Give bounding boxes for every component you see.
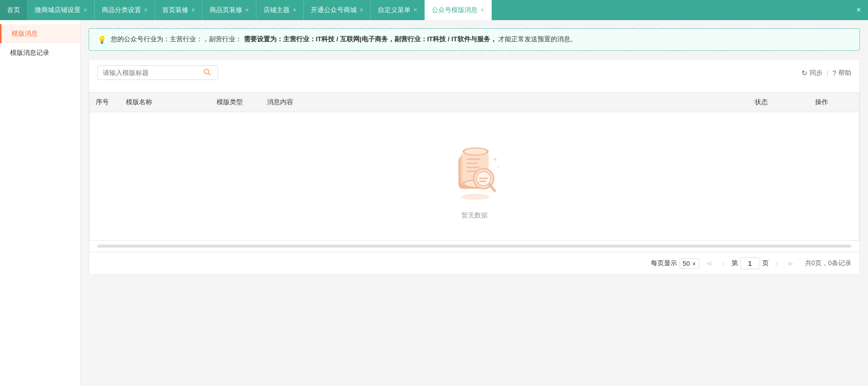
nav-tab-theme[interactable]: 店铺主题 × — [256, 0, 304, 20]
page-navigation: ⊲ ‹ 第 页 › ⊳ — [703, 257, 797, 269]
page-first-button[interactable]: ⊲ — [703, 257, 715, 269]
empty-text: 暂无数据 — [90, 211, 859, 220]
nav-tab-homepage[interactable]: 首页装修 × — [155, 0, 203, 20]
help-icon: ? — [832, 69, 836, 77]
page-label-after: 页 — [762, 259, 769, 268]
data-table: 序号 模版名称 模版类型 消息内容 状态 操作 — [89, 92, 859, 241]
close-all-button[interactable]: × — [849, 6, 868, 15]
top-navigation: 首页 微商城店铺设置 × 商品分类设置 × 首页装修 × 商品页装修 × 店铺主… — [0, 0, 868, 20]
content-area: 💡 您的公众号行业为：主营行业：，副营行业： 需要设置为：主营行业：IT科技 /… — [81, 20, 868, 386]
sidebar: 模版消息 模版消息记录 — [0, 20, 81, 386]
nav-tab-template-msg-close[interactable]: × — [481, 7, 484, 14]
nav-tab-mall-close[interactable]: × — [360, 7, 363, 14]
nav-tab-home[interactable]: 首页 — [0, 0, 28, 20]
nav-tab-mall-label: 开通公众号商城 — [311, 6, 357, 15]
horizontal-scrollbar[interactable] — [97, 245, 851, 248]
page-size-dropdown[interactable]: 50 ∨ — [679, 258, 699, 269]
notice-icon: 💡 — [97, 35, 107, 44]
nav-tab-category[interactable]: 商品分类设置 × — [95, 0, 155, 20]
nav-tab-theme-close[interactable]: × — [293, 7, 296, 14]
page-size-label: 每页显示 — [651, 259, 677, 268]
sidebar-item-template-msg-record[interactable]: 模版消息记录 — [0, 43, 80, 62]
svg-line-16 — [490, 185, 495, 191]
nav-tab-category-close[interactable]: × — [144, 7, 148, 14]
page-current-input[interactable] — [740, 257, 760, 269]
toolbar-right: ↻ 同步 | ? 帮助 — [802, 68, 851, 78]
nav-tab-menu-close[interactable]: × — [414, 7, 417, 14]
col-header-content: 消息内容 — [261, 93, 749, 112]
col-header-index: 序号 — [90, 93, 120, 112]
search-input[interactable] — [103, 69, 204, 76]
nav-tab-homepage-label: 首页装修 — [162, 6, 188, 15]
empty-illustration: ✦ ✦ — [444, 142, 505, 203]
search-bar: ↻ 同步 | ? 帮助 — [89, 59, 859, 86]
page-prev-button[interactable]: ‹ — [717, 257, 729, 269]
svg-rect-13 — [466, 171, 477, 172]
toolbar-divider: | — [827, 69, 828, 76]
svg-rect-12 — [466, 167, 479, 168]
svg-point-2 — [461, 194, 490, 200]
page-size-value: 50 — [683, 260, 690, 267]
col-header-action: 操作 — [809, 93, 859, 112]
svg-rect-10 — [466, 159, 481, 160]
page-next-button[interactable]: › — [771, 257, 783, 269]
nav-tab-menu[interactable]: 自定义菜单 × — [371, 0, 425, 20]
nav-tab-home-label: 首页 — [7, 6, 20, 15]
nav-tab-product-page[interactable]: 商品页装修 × — [203, 0, 256, 20]
col-header-type: 模版类型 — [211, 93, 261, 112]
sync-button[interactable]: ↻ 同步 — [802, 68, 823, 78]
sidebar-item-template-msg[interactable]: 模版消息 — [0, 24, 80, 43]
page-total-info: 共0页，0条记录 — [805, 259, 851, 268]
svg-rect-17 — [479, 178, 488, 179]
main-layout: 模版消息 模版消息记录 💡 您的公众号行业为：主营行业：，副营行业： 需要设置为… — [0, 20, 868, 386]
nav-tab-product-page-label: 商品页装修 — [210, 6, 242, 15]
nav-tab-mall[interactable]: 开通公众号商城 × — [304, 0, 371, 20]
svg-line-1 — [209, 73, 211, 75]
search-button[interactable] — [204, 68, 211, 77]
nav-tab-category-label: 商品分类设置 — [102, 6, 141, 15]
svg-rect-18 — [479, 181, 486, 182]
nav-tab-template-msg[interactable]: 公众号模版消息 × — [425, 0, 492, 20]
svg-rect-11 — [466, 163, 478, 164]
nav-tab-homepage-close[interactable]: × — [191, 7, 195, 14]
svg-text:✦: ✦ — [497, 165, 500, 170]
pagination: 每页显示 50 ∨ ⊲ ‹ 第 页 › ⊳ 共0页，0条记录 — [89, 252, 859, 274]
page-label-before: 第 — [731, 259, 738, 268]
chevron-down-icon: ∨ — [692, 261, 696, 266]
empty-state: ✦ ✦ 暂无数据 — [90, 112, 859, 240]
sync-icon: ↻ — [802, 69, 808, 77]
table-header-row: 序号 模版名称 模版类型 消息内容 状态 操作 — [90, 93, 859, 112]
notice-text: 您的公众号行业为：主营行业：，副营行业： 需要设置为：主营行业：IT科技 / 互… — [111, 35, 577, 44]
help-button[interactable]: ? 帮助 — [832, 68, 851, 78]
col-header-name: 模版名称 — [120, 93, 211, 112]
svg-point-7 — [464, 148, 487, 155]
nav-tab-store-settings-close[interactable]: × — [84, 7, 87, 14]
scrollbar-area — [89, 241, 859, 252]
nav-tab-store-settings-label: 微商城店铺设置 — [35, 6, 81, 15]
nav-tab-store-settings[interactable]: 微商城店铺设置 × — [28, 0, 95, 20]
notice-box: 💡 您的公众号行业为：主营行业：，副营行业： 需要设置为：主营行业：IT科技 /… — [89, 28, 860, 51]
nav-tab-menu-label: 自定义菜单 — [378, 6, 411, 15]
nav-tab-template-msg-label: 公众号模版消息 — [432, 6, 478, 15]
nav-tab-theme-label: 店铺主题 — [263, 6, 290, 15]
notice-highlight-text: 需要设置为：主营行业：IT科技 / 互联网|电子商务，副营行业：IT科技 / I… — [244, 35, 497, 43]
nav-tab-product-page-close[interactable]: × — [245, 7, 249, 14]
page-last-button[interactable]: ⊳ — [785, 257, 797, 269]
svg-text:✦: ✦ — [493, 156, 498, 163]
page-size-select: 每页显示 50 ∨ — [651, 258, 699, 269]
search-input-wrap — [97, 65, 218, 80]
col-header-status: 状态 — [749, 93, 809, 112]
